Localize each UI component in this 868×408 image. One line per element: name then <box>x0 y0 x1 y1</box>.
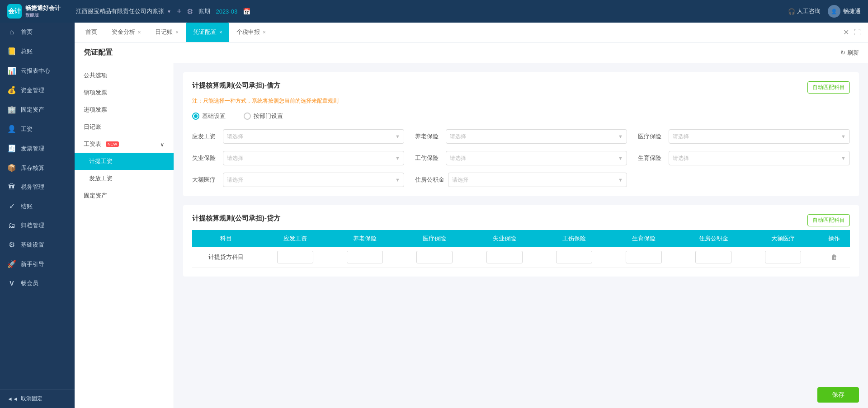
company-selector[interactable]: 江西服宝精品有限责任公司内账张 ▼ <box>76 7 171 15</box>
input-medical[interactable] <box>416 251 453 263</box>
credit-section: 计提核算规则(公司承担)-贷方 自动匹配科目 科目 应发工资 养老保险 <box>183 205 859 277</box>
refresh-button[interactable]: ↻ 刷新 <box>840 49 859 57</box>
sidebar-item-tax[interactable]: 🏛 税务管理 <box>0 178 75 197</box>
td-subject-label: 计提贷方科目 <box>192 247 260 267</box>
leftnav-salary-provision[interactable]: 计提工资 <box>75 153 174 170</box>
cancel-fixed-button[interactable]: ◄◄ 取消固定 <box>0 389 75 408</box>
input-unemployment[interactable] <box>486 251 523 263</box>
sidebar-item-ledger[interactable]: 📒 总账 <box>0 42 75 61</box>
sidebar-item-salary[interactable]: 👤 工资 <box>0 119 75 139</box>
select-work-injury[interactable]: 请选择 ▼ <box>446 151 627 165</box>
sidebar-item-cloud-report[interactable]: 📊 云报表中心 <box>0 61 75 80</box>
input-housing-fund[interactable] <box>695 251 731 263</box>
tab-fund[interactable]: 资金分析 × <box>104 23 148 42</box>
top-bar: 会计 畅捷通好会计 旗舰版 江西服宝精品有限责任公司内账张 ▼ + ⚙ 账期 2… <box>0 0 868 23</box>
select-arrow-salary: ▼ <box>395 134 400 139</box>
select-pension[interactable]: 请选择 ▼ <box>446 129 627 144</box>
tab-close-window-icon[interactable]: ✕ <box>843 28 849 37</box>
sidebar-label-cloud-report: 云报表中心 <box>21 67 50 75</box>
input-pension[interactable] <box>347 251 383 263</box>
sidebar-item-fixed-assets[interactable]: 🏢 固定资产 <box>0 100 75 119</box>
select-salary-payable[interactable]: 请选择 ▼ <box>223 129 404 144</box>
select-maternity[interactable]: 请选择 ▼ <box>669 151 850 165</box>
user-name: 畅捷通 <box>843 7 861 15</box>
col-work-injury: 工伤保险 <box>539 230 609 247</box>
select-housing-fund[interactable]: 请选择 ▼ <box>448 173 627 187</box>
radio-basic-circle <box>192 113 199 120</box>
tab-home[interactable]: 首页 <box>78 23 104 42</box>
tab-tax[interactable]: 个税申报 × <box>229 23 273 42</box>
leftnav-purchase-invoice[interactable]: 进项发票 <box>75 101 174 118</box>
sidebar-label-home: 首页 <box>21 28 33 36</box>
tab-journal[interactable]: 日记账 × <box>148 23 185 42</box>
leftnav-journal[interactable]: 日记账 <box>75 118 174 136</box>
period-value[interactable]: 2023-03 <box>216 8 237 15</box>
tab-tax-close[interactable]: × <box>263 29 265 35</box>
user-area[interactable]: 👤 畅捷通 <box>828 5 861 18</box>
sidebar-item-fund[interactable]: 💰 资金管理 <box>0 80 75 100</box>
debit-section-header: 计提核算规则(公司承担)-借方 自动匹配科目 <box>192 81 850 94</box>
gear-icon[interactable]: ⚙ <box>187 7 193 16</box>
checkout-icon: ✓ <box>7 202 16 211</box>
sidebar-item-archive[interactable]: 🗂 归档管理 <box>0 216 75 235</box>
label-housing-fund: 住房公积金 <box>415 176 444 184</box>
label-pension: 养老保险 <box>415 132 442 141</box>
col-large-medical: 大额医疗 <box>748 230 818 247</box>
tab-fund-close[interactable]: × <box>138 29 141 35</box>
field-large-medical: 大额医疗 请选择 ▼ <box>192 173 404 187</box>
radio-basic[interactable]: 基础设置 <box>192 112 226 120</box>
service-button[interactable]: 🎧 人工咨询 <box>788 7 821 15</box>
fixed-assets-icon: 🏢 <box>7 105 16 114</box>
select-unemployment[interactable]: 请选择 ▼ <box>223 151 404 165</box>
calendar-icon[interactable]: 📅 <box>243 8 250 15</box>
credit-table-wrapper: 科目 应发工资 养老保险 医疗保险 失业保险 工伤保险 生育保险 住房公积金 大 <box>192 230 850 267</box>
tab-journal-label: 日记账 <box>155 28 173 36</box>
app-name: 畅捷通好会计 <box>25 4 61 12</box>
credit-table: 科目 应发工资 养老保险 医疗保险 失业保险 工伤保险 生育保险 住房公积金 大 <box>192 230 850 267</box>
delete-icon[interactable]: 🗑 <box>831 253 837 261</box>
tab-expand-icon[interactable]: ⛶ <box>854 28 861 37</box>
input-maternity[interactable] <box>626 251 662 263</box>
debit-auto-match-button[interactable]: 自动匹配科目 <box>807 81 850 94</box>
add-button[interactable]: + <box>177 7 182 16</box>
tax-icon: 🏛 <box>7 183 16 191</box>
select-large-medical[interactable]: 请选择 ▼ <box>223 173 404 187</box>
leftnav-sale-invoice[interactable]: 销项发票 <box>75 84 174 101</box>
tab-voucher-config[interactable]: 凭证配置 × <box>186 23 229 42</box>
sidebar: ⌂ 首页 📒 总账 📊 云报表中心 💰 资金管理 🏢 固定资产 👤 工资 🧾 发… <box>0 23 75 408</box>
radio-basic-inner <box>194 114 198 118</box>
leftnav-public[interactable]: 公共选项 <box>75 67 174 84</box>
leftnav-fixed-assets[interactable]: 固定资产 <box>75 187 174 204</box>
sidebar-item-invoice[interactable]: 🧾 发票管理 <box>0 139 75 158</box>
leftnav-salary-payment[interactable]: 发放工资 <box>75 170 174 187</box>
save-button[interactable]: 保存 <box>817 387 859 403</box>
label-work-injury: 工伤保险 <box>415 154 442 162</box>
content-area: 首页 资金分析 × 日记账 × 凭证配置 × 个税申报 × ✕ ⛶ <box>75 23 868 408</box>
input-large-medical[interactable] <box>765 251 801 263</box>
page-header: 凭证配置 ↻ 刷新 <box>75 42 868 63</box>
radio-group-debit: 基础设置 按部门设置 <box>192 112 850 120</box>
logo-area: 会计 畅捷通好会计 旗舰版 <box>7 4 71 19</box>
sidebar-item-home[interactable]: ⌂ 首页 <box>0 23 75 42</box>
tab-journal-close[interactable]: × <box>175 29 178 35</box>
sidebar-label-fund: 资金管理 <box>21 86 44 94</box>
radio-dept[interactable]: 按部门设置 <box>244 112 283 120</box>
input-work-injury[interactable] <box>556 251 592 263</box>
credit-auto-match-button[interactable]: 自动匹配科目 <box>807 214 850 226</box>
input-salary[interactable] <box>277 251 313 263</box>
sidebar-label-invoice: 发票管理 <box>21 145 44 153</box>
company-name: 江西服宝精品有限责任公司内账张 <box>76 7 164 15</box>
sidebar-item-vip[interactable]: V 畅会员 <box>0 274 75 293</box>
tab-voucher-config-close[interactable]: × <box>219 29 222 35</box>
sidebar-item-basic-settings[interactable]: ⚙ 基础设置 <box>0 235 75 254</box>
select-medical[interactable]: 请选择 ▼ <box>669 129 850 144</box>
sidebar-item-checkout[interactable]: ✓ 结账 <box>0 197 75 216</box>
basic-settings-icon: ⚙ <box>7 240 16 249</box>
sidebar-item-inventory[interactable]: 📦 库存核算 <box>0 158 75 178</box>
leftnav-salary-table[interactable]: 工资表 NEW ∨ <box>75 136 174 153</box>
tab-bar-actions: ✕ ⛶ <box>840 23 864 42</box>
tab-tax-label: 个税申报 <box>236 28 260 36</box>
archive-icon: 🗂 <box>7 221 16 230</box>
sidebar-item-guide[interactable]: 🚀 新手引导 <box>0 254 75 274</box>
debit-section-title: 计提核算规则(公司承担)-借方 <box>192 81 280 90</box>
